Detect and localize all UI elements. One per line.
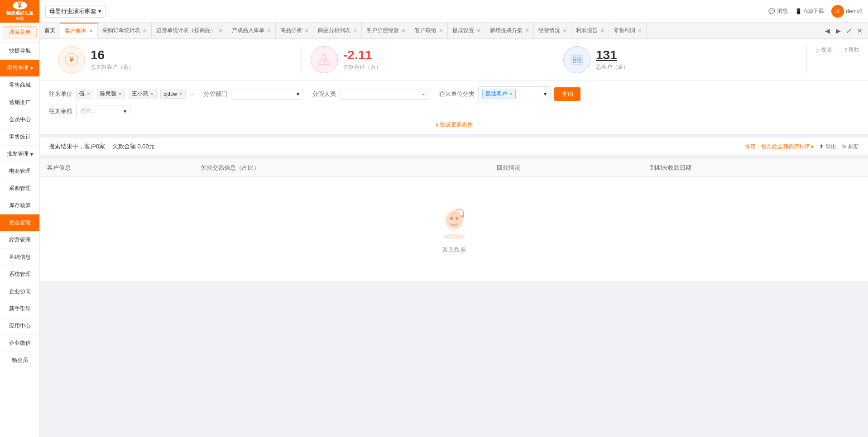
svg-point-16	[451, 209, 460, 218]
store-selector[interactable]: 母婴行业演示帐套 ▾	[45, 5, 106, 18]
sidebar-item-member[interactable]: 会员中心	[0, 111, 39, 128]
sidebar-item-ecommerce[interactable]: 电商管理	[0, 163, 39, 180]
category-select[interactable]: 普通客户 ✕ ▾	[478, 86, 551, 101]
sidebar-item-marketing[interactable]: 营销推广	[0, 94, 39, 111]
message-button[interactable]: 💬 消息	[768, 7, 788, 15]
sidebar-item-guide[interactable]: 新手引导	[0, 300, 39, 318]
filter-more-btn[interactable]: ···	[189, 90, 195, 98]
sidebar-item-quick-nav[interactable]: 快捷导航	[0, 43, 39, 60]
balance-select[interactable]: 选择... ▾	[76, 105, 130, 117]
sort-arrow: ▾	[811, 143, 814, 150]
tab-retail-profit[interactable]: 零售利润 ✕	[609, 23, 647, 39]
tab-fullscreen-button[interactable]: ⤢	[844, 26, 854, 35]
tab-product-inbound[interactable]: 产成品入库单 ✕	[227, 23, 276, 39]
sidebar-item-system[interactable]: 系统管理	[0, 266, 39, 283]
collapse-button[interactable]: ∧ 收起更多条件	[435, 121, 473, 128]
sidebar-item-finance[interactable]: 资金管理	[0, 214, 39, 232]
tab-business-status[interactable]: 经营情况 ✕	[534, 23, 571, 39]
tab-product-analysis-list-close[interactable]: ✕	[353, 28, 357, 33]
search-button[interactable]: 查询	[554, 87, 580, 101]
enterprise-label: 企业协同	[9, 288, 31, 295]
stat-extra-actions: ▷ 视频 | ? 帮助	[807, 46, 859, 73]
store-name: 母婴行业演示帐套	[49, 7, 96, 15]
phone-icon: 📱	[795, 8, 802, 14]
sidebar-item-basic-info[interactable]: 基础信息	[0, 249, 39, 266]
tab-close-all-button[interactable]: ✕	[855, 26, 864, 35]
tab-retail-profit-close[interactable]: ✕	[638, 28, 642, 33]
wholesale-label: 批发管理	[7, 150, 29, 158]
tab-next-button[interactable]: ▶	[834, 26, 843, 35]
tab-purchase-stats-product[interactable]: 进货单统计表（按商品） ✕	[152, 23, 227, 39]
tab-customer-tier[interactable]: 客户分层经营 ✕	[362, 23, 410, 39]
tab-prev-button[interactable]: ◀	[823, 26, 832, 35]
tab-new-commission-close[interactable]: ✕	[525, 28, 529, 33]
sidebar-item-vip[interactable]: 畅会员	[0, 352, 39, 369]
system-label: 系统管理	[9, 271, 31, 278]
purchase-label: 采购管理	[9, 185, 31, 192]
tab-customer-ledger[interactable]: 客户账本 ✕	[60, 23, 98, 39]
tab-product-analysis-close[interactable]: ✕	[305, 28, 308, 33]
filter-area: 往来单位 伍 ✕ 陈民强 ✕ 王小亮 ✕ cjttcw ✕ ···	[40, 81, 868, 134]
main-content: 母婴行业演示帐套 ▾ 💬 消息 📱 App下载 d demo2 首页	[40, 0, 868, 437]
filter-tag-cjttcw-close[interactable]: ✕	[179, 91, 182, 96]
wholesale-arrow: ▾	[30, 151, 33, 157]
tab-commission-settings[interactable]: 提成设置 ✕	[448, 23, 485, 39]
app-download-label: App下载	[804, 7, 824, 15]
filter-tag-wang-close[interactable]: ✕	[150, 91, 153, 96]
tab-home[interactable]: 首页	[40, 23, 60, 39]
sidebar-item-retail-mgmt[interactable]: 零售管理 ▾	[0, 60, 39, 77]
sidebar-item-operations[interactable]: 经营管理	[0, 232, 39, 249]
sidebar-item-retail-stats[interactable]: 零售统计	[0, 128, 39, 146]
tab-product-analysis-list[interactable]: 商品分析列表 ✕	[313, 23, 362, 39]
person-label: 分管人员	[312, 90, 336, 98]
tab-customer-contact[interactable]: 客户联络 ✕	[410, 23, 448, 39]
svg-rect-8	[578, 61, 580, 62]
tab-purchase-stats-close[interactable]: ✕	[219, 28, 222, 33]
table-head: 客户信息 欠款交易信息（占比） 回款情况 到期未收款日期	[40, 159, 868, 177]
tab-product-inbound-close[interactable]: ✕	[267, 28, 271, 33]
message-icon: 💬	[768, 8, 775, 14]
filter-row-2: 往来余额 选择... ▾	[49, 105, 859, 117]
person-select[interactable]: ···	[340, 89, 430, 100]
tab-business-status-close[interactable]: ✕	[563, 28, 566, 33]
app-download-button[interactable]: 📱 App下载	[795, 7, 824, 15]
filter-tag-chen-close[interactable]: ✕	[118, 91, 122, 96]
category-tag-close[interactable]: ✕	[509, 91, 513, 96]
sidebar-item-retail-mall[interactable]: 零售商城	[0, 77, 39, 94]
ecommerce-label: 电商管理	[9, 167, 31, 175]
tab-purchase-order-close[interactable]: ✕	[143, 28, 147, 33]
total-customers-icon	[563, 46, 590, 73]
search-menu-button[interactable]: 搜索菜单	[3, 26, 37, 38]
sidebar-item-wholesale[interactable]: 批发管理 ▾	[0, 146, 39, 163]
tab-profit-report-close[interactable]: ✕	[600, 28, 604, 33]
help-icon: ?	[844, 47, 847, 53]
basic-info-label: 基础信息	[9, 253, 31, 261]
app-center-label: 应用中心	[9, 322, 31, 330]
logo-icon: ¥	[13, 1, 27, 10]
tab-customer-ledger-close[interactable]: ✕	[89, 28, 93, 33]
dept-select[interactable]: ▾	[231, 89, 303, 100]
tab-product-analysis[interactable]: 商品分析 ✕	[276, 23, 313, 39]
sidebar-item-wechat[interactable]: 企业微信	[0, 335, 39, 352]
sort-select[interactable]: 排序：按欠款金额倒序排序 ▾	[745, 143, 814, 151]
video-link[interactable]: ▷ 视频	[816, 46, 832, 54]
refresh-button[interactable]: ↻ 刷新	[842, 143, 859, 151]
filter-tag-wu-close[interactable]: ✕	[86, 91, 90, 96]
logo-subtitle: 标版	[16, 16, 24, 22]
tab-purchase-order-stats[interactable]: 采购订单统计表 ✕	[98, 23, 152, 39]
help-link[interactable]: ? 帮助	[844, 46, 859, 54]
tab-profit-report[interactable]: 利润报告 ✕	[571, 23, 609, 39]
tab-commission-settings-close[interactable]: ✕	[477, 28, 480, 33]
sidebar-item-inventory[interactable]: 库存核算	[0, 197, 39, 214]
tab-new-commission[interactable]: 新增提成方案 ✕	[485, 23, 534, 39]
sidebar-item-app-center[interactable]: 应用中心	[0, 318, 39, 335]
filter-tag-cjttcw: cjttcw ✕	[160, 90, 186, 99]
export-button[interactable]: ⬆ 导出	[819, 143, 836, 151]
sidebar-item-enterprise[interactable]: 企业协同	[0, 283, 39, 300]
sidebar-item-purchase[interactable]: 采购管理	[0, 180, 39, 197]
user-profile[interactable]: d demo2	[831, 5, 863, 18]
tab-customer-tier-label: 客户分层经营	[366, 27, 399, 34]
tab-customer-tier-close[interactable]: ✕	[402, 28, 405, 33]
vip-label: 畅会员	[12, 356, 28, 364]
tab-customer-contact-close[interactable]: ✕	[439, 28, 443, 33]
